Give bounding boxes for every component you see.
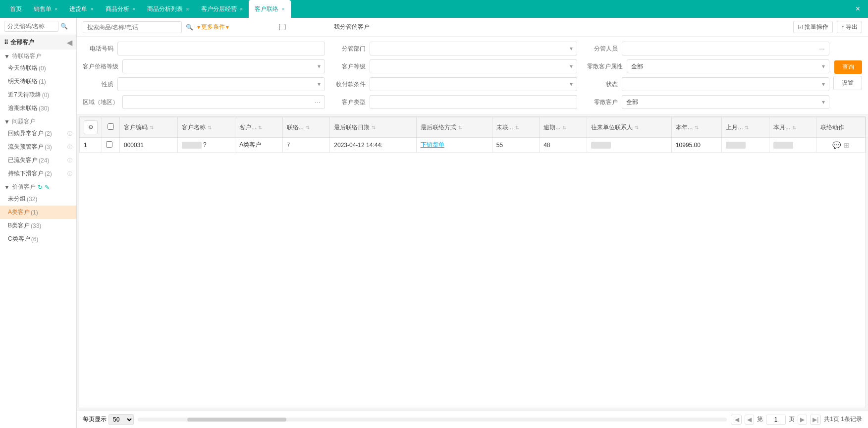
sort-last-month-icon[interactable]: ⇅ bbox=[745, 125, 749, 130]
global-close-icon[interactable]: × bbox=[852, 4, 864, 13]
close-product-analysis-icon[interactable]: × bbox=[132, 6, 135, 12]
customer-type-input[interactable] bbox=[370, 95, 577, 109]
nav-product-analysis[interactable]: 商品分析 × bbox=[100, 0, 141, 18]
sort-this-month-icon[interactable]: ⇅ bbox=[792, 125, 796, 130]
nav-purchase[interactable]: 进货单 × bbox=[63, 0, 99, 18]
sidebar-item-declining[interactable]: 持续下滑客户 (2) ⓘ bbox=[0, 167, 76, 180]
sort-no-contact-icon[interactable]: ⇅ bbox=[515, 125, 519, 130]
per-page-select[interactable]: 50 100 200 bbox=[108, 414, 134, 425]
nav-customer-contact[interactable]: 客户联络 × bbox=[249, 0, 290, 18]
table-header-row: ⚙ 客户编码 ⇅ 客户名称 bbox=[80, 117, 866, 138]
region-input[interactable]: ··· bbox=[122, 95, 325, 109]
last-page-btn[interactable]: ▶| bbox=[810, 415, 821, 425]
batch-op-btn[interactable]: ☑ 批量操作 bbox=[793, 21, 833, 33]
my-customers-checkbox[interactable] bbox=[233, 24, 332, 30]
manager-input[interactable]: ··· bbox=[622, 42, 829, 55]
close-customer-tier-icon[interactable]: × bbox=[240, 6, 243, 12]
last-method-link[interactable]: 下销货单 bbox=[421, 141, 444, 148]
export-btn[interactable]: ↑ 导出 bbox=[837, 21, 862, 33]
sidebar-search-icon[interactable]: 🔍 bbox=[60, 23, 68, 30]
price-level-select[interactable]: ▾ bbox=[122, 59, 325, 73]
filter-icon: ▾ bbox=[197, 24, 200, 31]
filter-phone: 电话号码 bbox=[83, 42, 325, 55]
select-all-checkbox[interactable] bbox=[108, 123, 114, 130]
next-page-btn[interactable]: ▶ bbox=[798, 415, 807, 425]
batch-op-icon: ☑ bbox=[798, 24, 803, 31]
nav-customer-tier[interactable]: 客户分层经营 × bbox=[195, 0, 249, 18]
close-product-list-icon[interactable]: × bbox=[186, 6, 189, 12]
filter-manager: 分管人员 ··· bbox=[587, 42, 829, 55]
this-month-blurred bbox=[773, 142, 793, 149]
info-declining-icon[interactable]: ⓘ bbox=[67, 170, 72, 177]
sidebar-item-churned[interactable]: 已流失客户 (24) ⓘ bbox=[0, 154, 76, 167]
dept-select[interactable]: ▾ bbox=[370, 42, 577, 55]
row-checkbox[interactable] bbox=[106, 141, 112, 148]
nature-select[interactable]: ▾ bbox=[117, 77, 325, 91]
filter-search-icon[interactable]: 🔍 bbox=[186, 24, 193, 31]
set-button[interactable]: 设置 bbox=[833, 76, 862, 90]
close-customer-contact-icon[interactable]: × bbox=[281, 6, 284, 12]
sidebar-item-churn-warning[interactable]: 流失预警客户 (3) ⓘ bbox=[0, 140, 76, 154]
sidebar-item-a-class[interactable]: A类客户 (1) bbox=[0, 206, 76, 219]
phone-input[interactable] bbox=[117, 42, 325, 55]
retail-chevron-icon: ▾ bbox=[822, 99, 825, 106]
search-input[interactable] bbox=[83, 21, 182, 33]
chat-action-btn[interactable]: 💬 bbox=[832, 141, 841, 149]
first-page-btn[interactable]: |◀ bbox=[731, 415, 742, 425]
close-purchase-icon[interactable]: × bbox=[90, 6, 93, 12]
sort-this-year-icon[interactable]: ⇅ bbox=[695, 125, 699, 130]
table-settings-btn[interactable]: ⚙ bbox=[84, 120, 98, 134]
payment-select[interactable]: ▾ bbox=[370, 77, 577, 91]
top-nav: 首页 销售单 × 进货单 × 商品分析 × 商品分析列表 × 客户分层经营 × … bbox=[0, 0, 868, 18]
nav-sales[interactable]: 销售单 × bbox=[28, 0, 63, 18]
sidebar-collapse-icon[interactable]: ◀ bbox=[67, 39, 72, 47]
sidebar-item-7days[interactable]: 近7天待联络 (0) bbox=[0, 88, 76, 102]
customer-level-select[interactable]: ▾ bbox=[370, 59, 577, 73]
info-repurchase-icon[interactable]: ⓘ bbox=[67, 130, 72, 137]
sidebar-item-b-class[interactable]: B类客户 (33) bbox=[0, 219, 76, 232]
row-actions-cell: 💬 ⊞ bbox=[816, 138, 866, 153]
sidebar-search-input[interactable] bbox=[4, 21, 58, 32]
customer-table: ⚙ 客户编码 ⇅ 客户名称 bbox=[79, 117, 866, 153]
sort-overdue-icon[interactable]: ⇅ bbox=[562, 125, 566, 130]
scrollbar-thumb[interactable] bbox=[187, 418, 286, 422]
sort-category-icon[interactable]: ⇅ bbox=[258, 125, 262, 130]
row-last-method[interactable]: 下销货单 bbox=[416, 138, 492, 153]
retail-select[interactable]: 全部 ▾ bbox=[622, 95, 829, 109]
sort-code-icon[interactable]: ⇅ bbox=[150, 125, 154, 130]
sidebar-group-problem: ▼ 问题客户 bbox=[0, 115, 76, 127]
query-button[interactable]: 查询 bbox=[834, 60, 862, 74]
sidebar-item-tomorrow[interactable]: 明天待联络 (1) bbox=[0, 75, 76, 88]
sort-last-date-icon[interactable]: ⇅ bbox=[372, 125, 376, 130]
sort-name-icon[interactable]: ⇅ bbox=[208, 125, 212, 130]
sort-contact-icon[interactable]: ⇅ bbox=[306, 125, 310, 130]
more-filter-btn[interactable]: ▾ 更多条件 ▾ bbox=[197, 23, 229, 31]
sidebar-item-today[interactable]: 今天待联络 (0) bbox=[0, 61, 76, 75]
sidebar-item-repurchase-abnormal[interactable]: 回购异常客户 (2) ⓘ bbox=[0, 127, 76, 140]
my-customers-checkbox-label[interactable]: 我分管的客户 bbox=[233, 23, 370, 31]
info-churned-icon[interactable]: ⓘ bbox=[67, 157, 72, 164]
sidebar-all-customers[interactable]: ⠿ 全部客户 ◀ bbox=[0, 35, 76, 50]
retail-attr-select[interactable]: 全部 ▾ bbox=[627, 59, 829, 73]
close-sales-icon[interactable]: × bbox=[54, 6, 57, 12]
edit-value-icon[interactable]: ✎ bbox=[45, 184, 50, 191]
prev-page-btn[interactable]: ◀ bbox=[745, 415, 754, 425]
horizontal-scrollbar[interactable] bbox=[138, 418, 727, 422]
status-select[interactable]: ▾ bbox=[622, 77, 829, 91]
info-churn-icon[interactable]: ⓘ bbox=[67, 144, 72, 151]
sidebar-item-c-class[interactable]: C类客户 (6) bbox=[0, 232, 76, 246]
sidebar-item-ungroup[interactable]: 未分组 (32) bbox=[0, 192, 76, 206]
page-number-input[interactable] bbox=[766, 415, 786, 425]
nav-home[interactable]: 首页 bbox=[4, 0, 28, 18]
filter-row-2: 客户价格等级 ▾ 客户等级 ▾ bbox=[83, 59, 829, 73]
row-this-month bbox=[769, 138, 816, 153]
row-checkbox-cell bbox=[102, 138, 120, 153]
sort-unit-contact-icon[interactable]: ⇅ bbox=[635, 125, 639, 130]
filter-dept: 分管部门 ▾ bbox=[335, 42, 577, 55]
qr-action-btn[interactable]: ⊞ bbox=[844, 141, 850, 149]
status-chevron-icon: ▾ bbox=[822, 81, 825, 88]
sidebar-item-overdue[interactable]: 逾期未联络 (30) bbox=[0, 102, 76, 115]
nav-product-list[interactable]: 商品分析列表 × bbox=[141, 0, 195, 18]
refresh-value-icon[interactable]: ↻ bbox=[38, 184, 43, 191]
sort-last-method-icon[interactable]: ⇅ bbox=[458, 125, 462, 130]
